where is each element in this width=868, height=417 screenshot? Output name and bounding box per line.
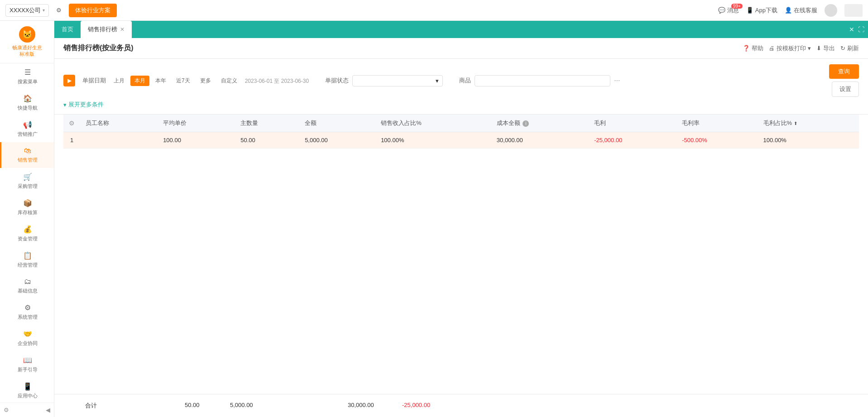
sidebar-item-basic-info[interactable]: 🗂 基础信息	[0, 273, 54, 299]
export-label: 导出	[823, 44, 835, 53]
sidebar-label-system: 系统管理	[18, 314, 38, 321]
trial-button[interactable]: 体验行业方案	[69, 4, 117, 17]
date-btn-this-month[interactable]: 本月	[130, 76, 149, 86]
sidebar-logo: 🐱 畅康通好生意 标准版	[0, 21, 54, 63]
sidebar-item-marketing[interactable]: 📢 营销推广	[0, 116, 54, 142]
maximize-icon[interactable]: ⛶	[858, 26, 864, 33]
col-settings-icon[interactable]: ⚙	[69, 120, 75, 127]
date-btn-custom[interactable]: 自定义	[217, 76, 241, 86]
sidebar-item-app-center[interactable]: 📱 应用中心	[0, 378, 54, 403]
close-window-icon[interactable]: ✕	[849, 26, 854, 33]
company-selector[interactable]: XXXXX公司 ▾	[5, 4, 49, 17]
sidebar-nav: ☰ 搜索菜单 🏠 快捷导航 📢 营销推广 🛍 销售管理 🛒 采购管理 📦 库存核…	[0, 63, 54, 403]
sidebar-label-quick-nav: 快捷导航	[18, 105, 38, 111]
sidebar-icon-basic-info: 🗂	[24, 278, 31, 286]
sidebar-item-system[interactable]: ⚙ 系统管理	[0, 299, 54, 325]
main-layout: 🐱 畅康通好生意 标准版 ☰ 搜索菜单 🏠 快捷导航 📢 营销推广 🛍 销售管理…	[0, 21, 868, 417]
sidebar-label-finance: 资金管理	[18, 235, 38, 242]
logo-icon: 🐱	[19, 26, 35, 43]
settings-button[interactable]: 设置	[832, 81, 859, 97]
col-settings-header[interactable]: ⚙	[63, 115, 80, 132]
page-title: 销售排行榜(按业务员)	[63, 43, 134, 53]
filter-expand-arrow[interactable]: ▶	[63, 75, 75, 86]
company-name: XXXXX公司	[10, 6, 41, 14]
sidebar-item-inventory[interactable]: 📦 库存核算	[0, 194, 54, 220]
help-button[interactable]: ❓ 帮助	[743, 44, 763, 53]
sidebar-collapse-icon[interactable]: ◀	[46, 407, 50, 413]
tab-close-sales-rank[interactable]: ✕	[120, 27, 125, 32]
tab-sales-rank[interactable]: 销售排行榜✕	[81, 21, 132, 38]
goods-more-icon[interactable]: ···	[614, 77, 620, 85]
sidebar-item-enterprise[interactable]: 🤝 企业协同	[0, 325, 54, 351]
sidebar-label-enterprise: 企业协同	[18, 340, 38, 347]
sidebar-item-sales[interactable]: 🛍 销售管理	[0, 142, 54, 168]
col-cost-total-header: 成本全额 i	[491, 115, 589, 132]
col-gross-rate-header: 毛利率	[676, 115, 758, 132]
app-download-item[interactable]: 📱 App下载	[746, 6, 777, 14]
data-table: ⚙ 员工名称 平均单价 主数量 全额 销售收入占比% 成本全额 i 毛利	[63, 115, 859, 149]
sidebar-item-guide[interactable]: 📖 新手引导	[0, 351, 54, 378]
footer-quantity: 50.00	[179, 399, 225, 412]
tab-home[interactable]: 首页	[54, 21, 81, 38]
footer-gross: -25,000.00	[397, 399, 436, 412]
filter-area: ▶ 单据日期 上月 本月 本年 近7天 更多 自定义	[54, 59, 868, 115]
sidebar-label-app-center: 应用中心	[18, 393, 38, 399]
refresh-button[interactable]: ↻ 刷新	[840, 44, 859, 53]
logo-text: 畅康通好生意 标准版	[12, 44, 42, 58]
cell-avg-price-0: 100.00	[158, 132, 235, 149]
sidebar-item-finance[interactable]: 💰 资金管理	[0, 220, 54, 247]
status-select[interactable]: ▾	[352, 75, 443, 86]
top-header: XXXXX公司 ▾ ⚙ 体验行业方案 💬 消息 99+ 📱 App下载 👤 在线…	[0, 0, 868, 21]
footer-settings-cell	[63, 399, 80, 412]
query-button[interactable]: 查询	[829, 64, 859, 79]
sidebar-icon-sales: 🛍	[24, 147, 31, 155]
tab-label-sales-rank: 销售排行榜	[88, 25, 117, 34]
goods-input[interactable]	[475, 75, 610, 86]
sidebar-item-purchase[interactable]: 🛒 采购管理	[0, 168, 54, 194]
date-btn-last-month[interactable]: 上月	[110, 76, 129, 86]
sidebar-label-sales: 销售管理	[18, 157, 38, 163]
message-item[interactable]: 💬 消息 99+	[718, 6, 739, 14]
col-total-header: 全额	[299, 115, 375, 132]
sidebar-item-operations[interactable]: 📋 经营管理	[0, 247, 54, 273]
avatar[interactable]	[825, 4, 837, 17]
online-service-label: 在线客服	[794, 6, 817, 14]
date-btn-more[interactable]: 更多	[196, 76, 215, 86]
template-print-button[interactable]: 🖨 按模板打印 ▾	[769, 44, 811, 53]
print-icon: 🖨	[769, 45, 775, 52]
status-chevron-icon: ▾	[436, 77, 439, 84]
export-button[interactable]: ⬇ 导出	[816, 44, 835, 53]
template-print-label: 按模板打印	[777, 44, 806, 53]
goods-filter-label: 商品	[459, 77, 471, 85]
sidebar-label-inventory: 库存核算	[18, 209, 38, 216]
sidebar-icon-app-center: 📱	[23, 382, 32, 391]
sidebar-label-guide: 新手引导	[18, 366, 38, 373]
goods-filter: 商品 ···	[459, 75, 620, 86]
sidebar-item-quick-nav[interactable]: 🏠 快捷导航	[0, 90, 54, 116]
footer-label: 合计	[80, 399, 134, 412]
page-actions: ❓ 帮助 🖨 按模板打印 ▾ ⬇ 导出 ↻ 刷新	[743, 44, 859, 53]
company-chevron-icon: ▾	[43, 8, 45, 13]
date-btn-7days[interactable]: 近7天	[172, 76, 194, 86]
page-header: 销售排行榜(按业务员) ❓ 帮助 🖨 按模板打印 ▾ ⬇ 导出	[54, 38, 868, 59]
print-chevron-icon: ▾	[808, 45, 811, 52]
app-download-icon: 📱	[746, 7, 753, 14]
sidebar-settings-icon[interactable]: ⚙	[4, 407, 9, 413]
col-sales-pct-header: 销售收入占比%	[375, 115, 491, 132]
page-area: 销售排行榜(按业务员) ❓ 帮助 🖨 按模板打印 ▾ ⬇ 导出	[54, 38, 868, 417]
expand-arrow-icon: ▶	[67, 77, 72, 84]
expand-more-btn[interactable]: ▾ 展开更多条件	[63, 101, 859, 109]
sidebar-icon-search: ☰	[24, 68, 31, 77]
sort-icon[interactable]: ⬆	[794, 121, 797, 126]
table-row: 1 100.00 50.00 5,000.00 100.00% 30,000.0…	[63, 132, 859, 149]
online-service-item[interactable]: 👤 在线客服	[785, 6, 817, 14]
col-name-header: 员工名称	[80, 115, 158, 132]
settings-icon[interactable]: ⚙	[53, 4, 65, 17]
col-gross-header: 毛利	[589, 115, 676, 132]
main-content: 首页销售排行榜✕ ✕ ⛶ 销售排行榜(按业务员) ❓ 帮助 🖨 按模板打印	[54, 21, 868, 417]
table-footer: 合计 50.00 5,000.00 30,000.00 -25,000.00	[54, 394, 868, 417]
date-btn-this-year[interactable]: 本年	[151, 76, 170, 86]
sidebar-item-search[interactable]: ☰ 搜索菜单	[0, 63, 54, 90]
col-avg-price-header: 平均单价	[158, 115, 235, 132]
cost-total-info-icon[interactable]: i	[523, 120, 529, 127]
